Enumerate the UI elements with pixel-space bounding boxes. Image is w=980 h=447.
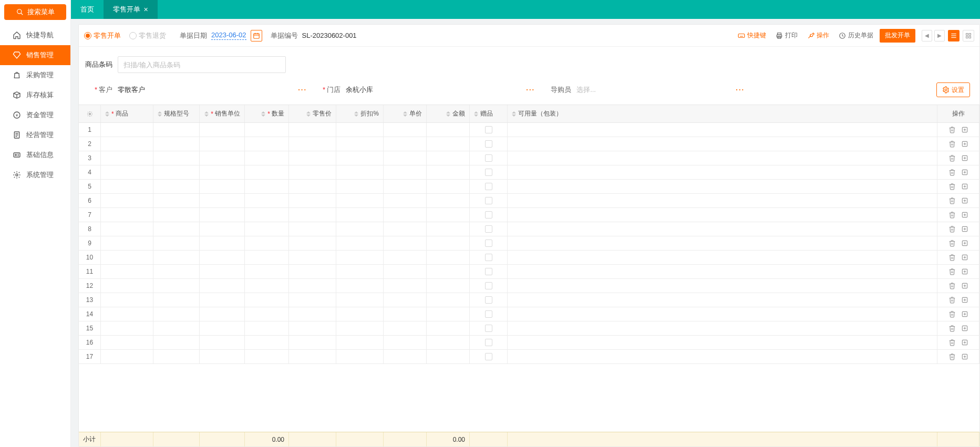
sidebar-item-3[interactable]: 库存核算 <box>0 85 70 105</box>
checkbox-icon[interactable] <box>485 154 492 162</box>
cell-product[interactable] <box>101 194 153 207</box>
cell-amount[interactable] <box>427 251 470 264</box>
cell-discount[interactable] <box>336 336 384 349</box>
cell-price[interactable] <box>384 336 427 349</box>
cell-unit[interactable] <box>200 293 245 307</box>
cell-spec[interactable] <box>153 265 200 278</box>
cell-amount[interactable] <box>427 336 470 349</box>
row-delete-button[interactable] <box>948 325 956 332</box>
cell-qty[interactable] <box>245 123 289 137</box>
col-spec[interactable]: 规格型号 <box>153 105 200 122</box>
cell-discount[interactable] <box>336 208 384 222</box>
cell-gift[interactable] <box>470 307 508 321</box>
cell-spec[interactable] <box>153 321 200 335</box>
cell-price[interactable] <box>384 123 427 137</box>
table-row[interactable]: 2 <box>79 137 979 151</box>
cell-discount[interactable] <box>336 151 384 165</box>
checkbox-icon[interactable] <box>485 282 492 289</box>
cell-amount[interactable] <box>427 194 470 207</box>
col-amount[interactable]: 金额 <box>427 105 470 122</box>
cell-unit[interactable] <box>200 307 245 321</box>
cell-product[interactable] <box>101 307 153 321</box>
cell-amount[interactable] <box>427 123 470 137</box>
cell-retail-price[interactable] <box>289 222 336 236</box>
cell-unit[interactable] <box>200 222 245 236</box>
table-row[interactable]: 12 <box>79 279 979 293</box>
table-row[interactable]: 4 <box>79 165 979 180</box>
row-add-button[interactable] <box>961 268 968 275</box>
cell-unit[interactable] <box>200 350 245 363</box>
checkbox-icon[interactable] <box>485 169 492 176</box>
col-gift[interactable]: 赠品 <box>470 105 508 122</box>
close-icon[interactable]: ✕ <box>143 6 148 13</box>
row-add-button[interactable] <box>961 169 968 176</box>
cell-product[interactable] <box>101 350 153 363</box>
cell-spec[interactable] <box>153 151 200 165</box>
row-add-button[interactable] <box>961 282 968 289</box>
checkbox-icon[interactable] <box>485 268 492 275</box>
cell-spec[interactable] <box>153 350 200 363</box>
cell-price[interactable] <box>384 236 427 250</box>
cell-gift[interactable] <box>470 321 508 335</box>
table-row[interactable]: 16 <box>79 336 979 350</box>
cell-amount[interactable] <box>427 165 470 179</box>
cell-product[interactable] <box>101 236 153 250</box>
cell-discount[interactable] <box>336 123 384 137</box>
cell-amount[interactable] <box>427 180 470 193</box>
cell-unit[interactable] <box>200 336 245 349</box>
cell-price[interactable] <box>384 293 427 307</box>
cell-unit[interactable] <box>200 265 245 278</box>
cell-product[interactable] <box>101 293 153 307</box>
col-product[interactable]: *商品 <box>101 105 153 122</box>
cell-product[interactable] <box>101 336 153 349</box>
table-row[interactable]: 10 <box>79 251 979 265</box>
cell-discount[interactable] <box>336 194 384 207</box>
view-grid-button[interactable] <box>963 30 974 41</box>
cell-product[interactable] <box>101 123 153 137</box>
table-row[interactable]: 6 <box>79 194 979 208</box>
cell-product[interactable] <box>101 208 153 222</box>
col-available[interactable]: 可用量（包装） <box>508 105 937 122</box>
cell-price[interactable] <box>384 180 427 193</box>
table-row[interactable]: 5 <box>79 180 979 194</box>
row-delete-button[interactable] <box>948 282 956 289</box>
cell-discount[interactable] <box>336 137 384 151</box>
cell-discount[interactable] <box>336 236 384 250</box>
cell-product[interactable] <box>101 265 153 278</box>
checkbox-icon[interactable] <box>485 140 492 148</box>
cell-amount[interactable] <box>427 350 470 363</box>
table-row[interactable]: 17 <box>79 350 979 364</box>
checkbox-icon[interactable] <box>485 197 492 204</box>
doc-date-value[interactable]: 2023-06-02 <box>211 31 246 40</box>
checkbox-icon[interactable] <box>485 339 492 346</box>
cell-qty[interactable] <box>245 208 289 222</box>
table-row[interactable]: 7 <box>79 208 979 222</box>
row-delete-button[interactable] <box>948 197 956 204</box>
cell-price[interactable] <box>384 222 427 236</box>
row-add-button[interactable] <box>961 310 968 318</box>
guide-select[interactable]: 选择... ··· <box>576 85 745 95</box>
row-add-button[interactable] <box>961 353 968 360</box>
cell-gift[interactable] <box>470 123 508 137</box>
cell-retail-price[interactable] <box>289 279 336 293</box>
table-row[interactable]: 11 <box>79 265 979 279</box>
row-add-button[interactable] <box>961 126 968 133</box>
cell-spec[interactable] <box>153 180 200 193</box>
table-row[interactable]: 8 <box>79 222 979 236</box>
cell-qty[interactable] <box>245 293 289 307</box>
cell-qty[interactable] <box>245 279 289 293</box>
cell-retail-price[interactable] <box>289 293 336 307</box>
cell-amount[interactable] <box>427 307 470 321</box>
calendar-button[interactable] <box>251 30 262 41</box>
cell-spec[interactable] <box>153 165 200 179</box>
search-menu-button[interactable]: 搜索菜单 <box>4 4 66 20</box>
checkbox-icon[interactable] <box>485 310 492 318</box>
cell-price[interactable] <box>384 151 427 165</box>
cell-product[interactable] <box>101 222 153 236</box>
cell-discount[interactable] <box>336 321 384 335</box>
cell-spec[interactable] <box>153 236 200 250</box>
settings-button[interactable]: 设置 <box>936 82 970 97</box>
col-retail-price[interactable]: 零售价 <box>289 105 336 122</box>
cell-spec[interactable] <box>153 251 200 264</box>
cell-gift[interactable] <box>470 194 508 207</box>
